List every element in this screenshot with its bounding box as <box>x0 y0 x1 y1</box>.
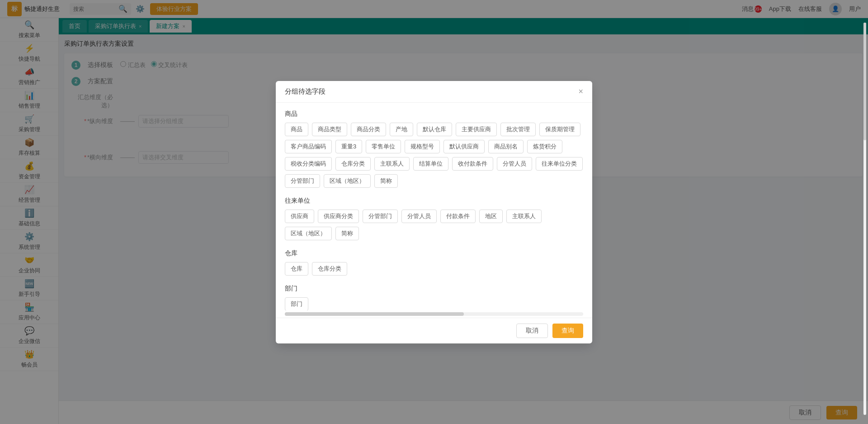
modal-confirm-button[interactable]: 查询 <box>552 324 583 338</box>
modal-dialog: 分组待选字段 × 商品 商品 商品类型 商品分类 产地 默认仓库 主要供应商 批… <box>276 81 592 343</box>
section-partner-title: 往来单位 <box>285 197 583 205</box>
horizontal-scrollbar[interactable] <box>285 312 583 316</box>
modal-header: 分组待选字段 × <box>276 81 592 103</box>
field-batch-mgmt[interactable]: 批次管理 <box>500 123 536 136</box>
field-quality-period[interactable]: 保质期管理 <box>539 123 580 136</box>
section-partner: 往来单位 供应商 供应商分类 分管部门 分管人员 付款条件 地区 主联系人 区域… <box>285 197 583 240</box>
field-goods[interactable]: 商品 <box>285 123 308 136</box>
field-payment-condition[interactable]: 付款条件 <box>440 210 476 223</box>
field-goods-alias[interactable]: 商品别名 <box>488 140 524 153</box>
section-dept: 部门 部门 <box>285 285 583 310</box>
field-region-partner[interactable]: 区域（地区） <box>285 227 332 240</box>
section-warehouse: 仓库 仓库 仓库分类 <box>285 249 583 276</box>
field-person-manage[interactable]: 分管人员 <box>401 210 437 223</box>
partner-fields: 供应商 供应商分类 分管部门 分管人员 付款条件 地区 主联系人 区域（地区） … <box>285 210 583 240</box>
field-origin[interactable]: 产地 <box>390 123 413 136</box>
hscroll-thumb <box>285 312 464 316</box>
section-warehouse-title: 仓库 <box>285 249 583 257</box>
field-dept-supervisor[interactable]: 分管部门 <box>285 174 320 188</box>
field-retail-unit[interactable]: 零售单位 <box>366 140 401 153</box>
field-warehouse-type[interactable]: 仓库分类 <box>312 262 347 276</box>
modal-hscroll <box>276 310 592 318</box>
section-dept-title: 部门 <box>285 285 583 293</box>
field-main-supplier[interactable]: 主要供应商 <box>456 123 497 136</box>
field-short-name-goods[interactable]: 简称 <box>374 174 398 188</box>
field-goods-category[interactable]: 商品分类 <box>351 123 386 136</box>
field-supplier[interactable]: 供应商 <box>285 210 314 223</box>
modal-title: 分组待选字段 <box>285 87 326 96</box>
field-warehouse-category[interactable]: 仓库分类 <box>335 157 371 171</box>
field-customer-code[interactable]: 客户商品编码 <box>285 140 332 153</box>
field-dept-manage[interactable]: 分管部门 <box>363 210 398 223</box>
modal-close-button[interactable]: × <box>578 87 583 95</box>
field-default-warehouse[interactable]: 默认仓库 <box>417 123 452 136</box>
field-main-contact-p[interactable]: 主联系人 <box>506 210 542 223</box>
warehouse-fields: 仓库 仓库分类 <box>285 262 583 276</box>
field-supervisor[interactable]: 分管人员 <box>497 157 532 171</box>
vertical-scrollbar[interactable] <box>863 23 866 415</box>
field-dept[interactable]: 部门 <box>285 297 308 310</box>
field-settlement-unit[interactable]: 结算单位 <box>413 157 448 171</box>
dept-fields: 部门 <box>285 297 583 310</box>
field-refine-points[interactable]: 炼货积分 <box>527 140 562 153</box>
section-goods: 商品 商品 商品类型 商品分类 产地 默认仓库 主要供应商 批次管理 保质期管理… <box>285 110 583 188</box>
field-payment-terms[interactable]: 收付款条件 <box>452 157 493 171</box>
field-weight3[interactable]: 重量3 <box>335 140 362 153</box>
modal-body: 商品 商品 商品类型 商品分类 产地 默认仓库 主要供应商 批次管理 保质期管理… <box>276 103 592 310</box>
modal-cancel-button[interactable]: 取消 <box>516 324 548 338</box>
field-supplier-category[interactable]: 供应商分类 <box>318 210 359 223</box>
section-goods-title: 商品 <box>285 110 583 118</box>
modal-overlay: 分组待选字段 × 商品 商品 商品类型 商品分类 产地 默认仓库 主要供应商 批… <box>0 0 868 424</box>
goods-fields: 商品 商品类型 商品分类 产地 默认仓库 主要供应商 批次管理 保质期管理 客户… <box>285 123 583 188</box>
field-partner-category[interactable]: 往来单位分类 <box>536 157 583 171</box>
field-tax-code[interactable]: 税收分类编码 <box>285 157 332 171</box>
field-main-contact[interactable]: 主联系人 <box>374 157 410 171</box>
modal-footer: 取消 查询 <box>276 318 592 343</box>
field-region-goods[interactable]: 区域（地区） <box>324 174 371 188</box>
field-area[interactable]: 地区 <box>479 210 503 223</box>
field-warehouse[interactable]: 仓库 <box>285 262 308 276</box>
field-goods-type[interactable]: 商品类型 <box>312 123 347 136</box>
vscroll-thumb <box>863 23 866 140</box>
field-short-name-partner[interactable]: 简称 <box>335 227 359 240</box>
field-default-supplier[interactable]: 默认供应商 <box>443 140 485 153</box>
field-spec-model[interactable]: 规格型号 <box>405 140 440 153</box>
